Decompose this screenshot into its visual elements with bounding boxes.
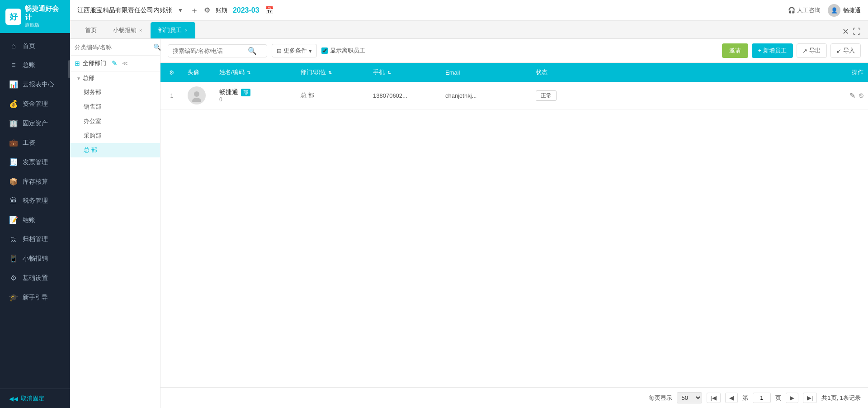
- sidebar-item-archive[interactable]: 🗂 归档管理: [0, 230, 70, 249]
- sidebar-item-reports[interactable]: 📊 云报表中心: [0, 75, 70, 94]
- dept-search-icon[interactable]: 🔍: [153, 43, 161, 51]
- phone-sort-icon: ⇅: [387, 70, 391, 75]
- content-area: 🔍 ⊞ 全部部门 ✎ ≪ ▼ 总部 财务部 销售部 办公室 采购部 总 部: [70, 39, 868, 408]
- dept-expand-icon: ▼: [76, 76, 81, 81]
- sidebar-item-invoice[interactable]: 🧾 发票管理: [0, 152, 70, 172]
- app-version: 旗舰版: [25, 22, 65, 28]
- employee-table-wrap: ⚙ 头像 姓名/编码 ⇅ 部门/职位 ⇅: [160, 63, 868, 387]
- filter-dropdown-icon: ▾: [309, 47, 312, 54]
- period-value: 2023-03: [233, 6, 259, 14]
- company-dropdown-icon[interactable]: ▼: [178, 7, 183, 14]
- user-menu[interactable]: 👤 畅捷通: [828, 4, 861, 17]
- export-button[interactable]: ↗ 导出: [797, 43, 827, 58]
- sidebar-item-settings[interactable]: ⚙ 基础设置: [0, 268, 70, 288]
- dept-sales[interactable]: 销售部: [70, 100, 160, 114]
- col-dept[interactable]: 部门/职位 ⇅: [296, 63, 368, 82]
- dept-edit-icon[interactable]: ✎: [112, 59, 118, 67]
- archive-icon: 🗂: [9, 235, 18, 243]
- sidebar-item-home[interactable]: ⌂ 首页: [0, 37, 70, 56]
- show-resigned-checkbox[interactable]: [321, 47, 328, 54]
- row-no: 1: [160, 82, 183, 109]
- page-size-select[interactable]: 50 20 100: [677, 392, 702, 403]
- col-settings[interactable]: ⚙: [160, 63, 183, 82]
- first-page-button[interactable]: |◀: [707, 393, 721, 403]
- dept-search-input[interactable]: [75, 44, 151, 51]
- service-button[interactable]: 🎧 人工咨询: [788, 6, 821, 14]
- row-name-cell: 畅捷通 部 0: [215, 82, 296, 109]
- funds-icon: 💰: [9, 100, 18, 108]
- import-button[interactable]: ↙ 导入: [830, 43, 861, 58]
- assets-icon: 🏢: [9, 119, 18, 128]
- page-num-label: 第: [742, 394, 748, 402]
- headset-icon: 🎧: [788, 7, 795, 14]
- dept-office[interactable]: 办公室: [70, 114, 160, 128]
- row-phone: 138070602...: [368, 82, 441, 109]
- prev-page-button[interactable]: ◀: [725, 393, 738, 403]
- app-logo[interactable]: 好 畅捷通好会计 旗舰版: [0, 0, 70, 33]
- table-header-row: ⚙ 头像 姓名/编码 ⇅ 部门/职位 ⇅: [160, 63, 868, 82]
- all-departments-header[interactable]: ⊞ 全部部门 ✎ ≪: [70, 56, 160, 71]
- tab-expense[interactable]: 小畅报销 ×: [105, 22, 150, 38]
- sidebar-item-inventory[interactable]: 📦 库存核算: [0, 172, 70, 191]
- invite-button[interactable]: 邀请: [722, 43, 748, 58]
- sidebar-item-tax[interactable]: 🏛 税务管理: [0, 191, 70, 210]
- maximize-window-button[interactable]: ⛶: [853, 27, 861, 37]
- topbar: 江西服宝精品有限责任公司内账张 ▼ ＋ ⚙ 账期 2023-03 📅 🎧 人工咨…: [70, 0, 868, 21]
- dept-purchase[interactable]: 采购部: [70, 128, 160, 143]
- guide-icon: 🎓: [9, 293, 18, 302]
- sidebar-item-close[interactable]: 📝 结账: [0, 210, 70, 230]
- sidebar-item-expense[interactable]: 📱 小畅报销: [0, 249, 70, 268]
- toolbar-right-actions: 邀请 + 新增员工 ↗ 导出 ↙ 导入: [722, 43, 861, 58]
- home-icon: ⌂: [9, 42, 18, 50]
- dept-general[interactable]: 总 部: [70, 143, 160, 157]
- topbar-right: 🎧 人工咨询 👤 畅捷通: [788, 4, 861, 17]
- pin-icon: ◀◀: [9, 395, 18, 402]
- page-label: 页: [775, 394, 781, 402]
- collapse-panel-icon[interactable]: ≪: [122, 60, 128, 66]
- add-employee-button[interactable]: + 新增员工: [752, 43, 793, 58]
- edit-employee-button[interactable]: ✎: [849, 91, 855, 100]
- close-window-button[interactable]: ✕: [842, 27, 849, 37]
- dept-tree: ▼ 总部 财务部 销售部 办公室 采购部 总 部: [70, 71, 160, 408]
- employee-code: 0: [219, 96, 292, 103]
- employee-search-box: 🔍: [168, 44, 267, 57]
- employee-table: ⚙ 头像 姓名/编码 ⇅ 部门/职位 ⇅: [160, 63, 868, 109]
- sidebar-item-ledger[interactable]: ≡ 总账: [0, 56, 70, 75]
- svg-point-1: [192, 98, 201, 102]
- tab-home[interactable]: 首页: [77, 22, 104, 38]
- sidebar-item-funds[interactable]: 💰 资金管理: [0, 94, 70, 114]
- col-phone[interactable]: 手机 ⇅: [368, 63, 441, 82]
- pagination-bar: 每页显示 50 20 100 |◀ ◀ 第 页 ▶ ▶| 共1页, 1条记录: [160, 387, 868, 408]
- employee-dept-badge: 部: [241, 89, 250, 96]
- tab-dept-close[interactable]: ×: [184, 28, 187, 33]
- page-number-input[interactable]: [753, 393, 771, 403]
- last-page-button[interactable]: ▶|: [803, 393, 817, 403]
- col-email: Email: [441, 63, 531, 82]
- page-size-label: 每页显示: [649, 394, 672, 402]
- col-action: 操作: [604, 63, 868, 82]
- salary-icon: 💼: [9, 138, 18, 147]
- employee-search-icon[interactable]: 🔍: [248, 47, 257, 55]
- tax-icon: 🏛: [9, 197, 18, 205]
- next-page-button[interactable]: ▶: [786, 393, 798, 403]
- sidebar-item-salary[interactable]: 💼 工资: [0, 133, 70, 152]
- calendar-icon[interactable]: 📅: [265, 6, 274, 14]
- tabs-bar: 首页 小畅报销 × 部门员工 × ✕ ⛶: [70, 21, 868, 39]
- sidebar-unpin-button[interactable]: ◀◀ 取消固定: [0, 389, 70, 408]
- row-dept: 总 部: [296, 82, 368, 109]
- logout-employee-button[interactable]: ⎋: [859, 91, 863, 100]
- more-filter-button[interactable]: ⊟ 更多条件 ▾: [272, 44, 317, 57]
- employee-search-input[interactable]: [173, 47, 245, 54]
- dept-sort-icon: ⇅: [328, 70, 332, 75]
- import-icon: ↙: [836, 47, 841, 54]
- topbar-settings-icon[interactable]: ⚙: [204, 6, 210, 14]
- invoice-icon: 🧾: [9, 158, 18, 166]
- col-name[interactable]: 姓名/编码 ⇅: [215, 63, 296, 82]
- tab-dept-employee[interactable]: 部门员工 ×: [151, 22, 195, 38]
- dept-group-total[interactable]: ▼ 总部: [70, 71, 160, 85]
- add-company-button[interactable]: ＋: [190, 5, 198, 16]
- sidebar-item-guide[interactable]: 🎓 新手引导: [0, 288, 70, 307]
- dept-finance[interactable]: 财务部: [70, 85, 160, 100]
- sidebar-item-assets[interactable]: 🏢 固定资产: [0, 114, 70, 133]
- tab-expense-close[interactable]: ×: [139, 28, 142, 33]
